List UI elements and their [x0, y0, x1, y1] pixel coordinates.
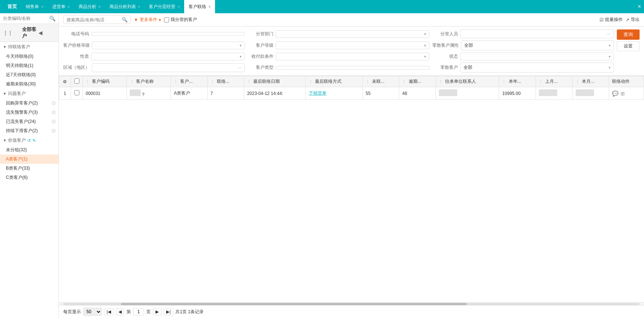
close-purchase-icon[interactable]: ×	[68, 5, 70, 9]
message-action-icon[interactable]: 💬	[612, 91, 618, 96]
arrow-down-icon-2: ▼	[3, 92, 7, 96]
this-month-gray-box	[576, 89, 594, 96]
sidebar-item-declining[interactable]: 持续下滑客户(2) ⓘ	[0, 126, 58, 135]
filter-actions-right: 查询 设置	[617, 29, 640, 73]
nature-label: 性质	[63, 53, 89, 60]
nav-sales[interactable]: 销售单 ×	[21, 0, 48, 13]
col-overdue: ⋮ 逾期...	[399, 76, 436, 87]
chevron-down-icon: ▾	[159, 17, 161, 22]
settings-button[interactable]: 设置	[617, 41, 640, 51]
export-button[interactable]: ↗ 导出	[626, 17, 640, 23]
nav-customer-contact[interactable]: 客户联络 ×	[184, 0, 215, 13]
customer-type-input[interactable]	[276, 66, 429, 70]
filter-search-input[interactable]	[67, 17, 122, 22]
sidebar-group-value[interactable]: ▼ 价值客户 ↺ ✎	[0, 135, 58, 145]
filter-customer-type: 客户类型	[248, 64, 429, 71]
close-goods-analysis-list-icon[interactable]: ×	[138, 5, 140, 9]
scatter-customer-select[interactable]: 全部 ▾	[460, 63, 614, 73]
sidebar-search-icon[interactable]: 🔍	[49, 15, 56, 21]
manager-dots-icon: ···	[607, 31, 611, 36]
col-this-month: ⋮ 本月...	[572, 76, 609, 87]
col-checkbox[interactable]	[71, 76, 83, 87]
sidebar-item-overdue[interactable]: 逾期未联络(30)	[0, 80, 58, 89]
price-level-label: 客户价格等级	[63, 42, 90, 49]
nature-select[interactable]: ▾	[91, 53, 245, 60]
filter-manager: 分管人员 ···	[432, 29, 614, 38]
per-page-select[interactable]: 50 100 200	[83, 308, 102, 316]
nav-home[interactable]: 首页	[3, 0, 21, 13]
checkbox-icon: ☑	[600, 17, 604, 22]
dept-down-icon: ▾	[424, 32, 426, 36]
nav-goods-analysis-list[interactable]: 商品分析列表 ×	[105, 0, 145, 13]
sidebar-group-pending[interactable]: ▼ 待联络客户	[0, 42, 58, 52]
edit-icon[interactable]: ✎	[32, 138, 36, 143]
last-method-link[interactable]: 下销货单	[309, 91, 326, 96]
qr-action-icon[interactable]: ⊞	[620, 91, 625, 96]
row-action: 💬 ⊞	[609, 87, 644, 100]
close-goods-analysis-icon[interactable]: ×	[99, 5, 101, 9]
sidebar-item-repurchase[interactable]: 回购异常客户(2) ⓘ	[0, 99, 58, 108]
scatter-customer-down-icon: ▾	[609, 66, 611, 70]
region-input[interactable]: ···	[92, 63, 245, 72]
query-button[interactable]: 查询	[617, 29, 640, 40]
select-all-checkbox[interactable]	[74, 78, 79, 84]
my-customer-checkbox[interactable]: 我分管的客户	[164, 17, 197, 23]
sidebar-search-input[interactable]	[3, 16, 49, 21]
status-select[interactable]: ▾	[460, 53, 614, 60]
sidebar-item-class-b[interactable]: B类客户(33)	[0, 164, 58, 173]
last-page-button[interactable]: ▶|	[164, 308, 173, 315]
customer-table: ⚙ ⋮ 客户编码 ⋮ 客户名称	[59, 76, 644, 100]
customer-level-select[interactable]: ▾	[276, 42, 429, 49]
manager-label: 分管人员	[432, 31, 458, 37]
sidebar-item-week[interactable]: 近7天待联络(0)	[0, 70, 58, 80]
total-pages-label: 页	[146, 309, 151, 315]
gear-icon[interactable]: ⚙	[63, 79, 67, 84]
row-last-method[interactable]: 下销货单	[305, 87, 362, 100]
sort-icon-date: ⋮	[247, 80, 251, 84]
page-number-input[interactable]	[133, 308, 144, 315]
nav-purchase[interactable]: 进货单 ×	[48, 0, 74, 13]
more-filter-button[interactable]: ▼ 更多条件 ▾	[134, 17, 161, 23]
price-level-select[interactable]: ▾	[92, 42, 245, 49]
batch-op-button[interactable]: ☑ 批量操作	[600, 17, 623, 23]
row-checkbox-cell[interactable]	[71, 87, 83, 100]
filter-search-icon[interactable]: 🔍	[122, 17, 128, 22]
nav-goods-analysis[interactable]: 商品分析 ×	[74, 0, 105, 13]
scatter-attr-select[interactable]: 全部 ▾	[461, 40, 614, 50]
filter-status: 状态 ▾	[432, 53, 614, 60]
sidebar-item-churn[interactable]: 流失预警客户(3) ⓘ	[0, 108, 58, 117]
close-sales-icon[interactable]: ×	[41, 5, 43, 9]
sidebar-item-lost[interactable]: 已流失客户(24) ⓘ	[0, 117, 58, 126]
nav-customer-tier[interactable]: 客户分层经营 ×	[144, 0, 184, 13]
sidebar-group-problem[interactable]: ▼ 问题客户	[0, 89, 58, 99]
first-page-button[interactable]: |◀	[104, 308, 114, 315]
region-label: 区域（地区）	[63, 64, 90, 71]
price-level-down-icon: ▾	[240, 43, 242, 47]
sidebar-item-class-a[interactable]: A类客户(1)	[0, 155, 58, 164]
arrow-down-icon-3: ▼	[3, 138, 7, 142]
horizontal-scrollbar[interactable]	[59, 302, 644, 305]
row-uncontacted: 55	[362, 87, 399, 100]
refresh-icon[interactable]: ↺	[27, 138, 31, 143]
prev-page-button[interactable]: ◀	[116, 308, 124, 315]
close-customer-tier-icon[interactable]: ×	[178, 5, 180, 9]
dept-select[interactable]: ▾	[276, 30, 429, 38]
filter-search-container: 🔍	[63, 15, 131, 24]
collapse-icon[interactable]: ◀	[39, 30, 56, 36]
sidebar-item-tomorrow[interactable]: 明天待联络(1)	[0, 61, 58, 70]
row-checkbox[interactable]	[74, 90, 79, 95]
sidebar-item-ungrouped[interactable]: 未分组(32)	[0, 145, 58, 155]
payment-select[interactable]: ▾	[276, 53, 429, 60]
close-all-tabs-icon[interactable]: ×	[638, 3, 641, 10]
close-customer-contact-icon[interactable]: ×	[208, 5, 211, 9]
next-page-button[interactable]: ▶	[153, 308, 161, 315]
sidebar-all-customers[interactable]: ⋮⋮ 全部客户 ◀	[0, 24, 58, 42]
col-settings[interactable]: ⚙	[59, 76, 71, 87]
table-row: 1 000031 ? A类客户 7 2023-04-12 14:44:	[59, 87, 644, 100]
last-month-gray-box	[539, 89, 557, 96]
manager-input[interactable]: ···	[460, 29, 614, 38]
sidebar-item-class-c[interactable]: C类客户(6)	[0, 173, 58, 182]
my-customer-check[interactable]	[164, 17, 169, 22]
phone-input[interactable]	[91, 32, 245, 36]
sidebar-item-today[interactable]: 今天待联络(0)	[0, 52, 58, 61]
